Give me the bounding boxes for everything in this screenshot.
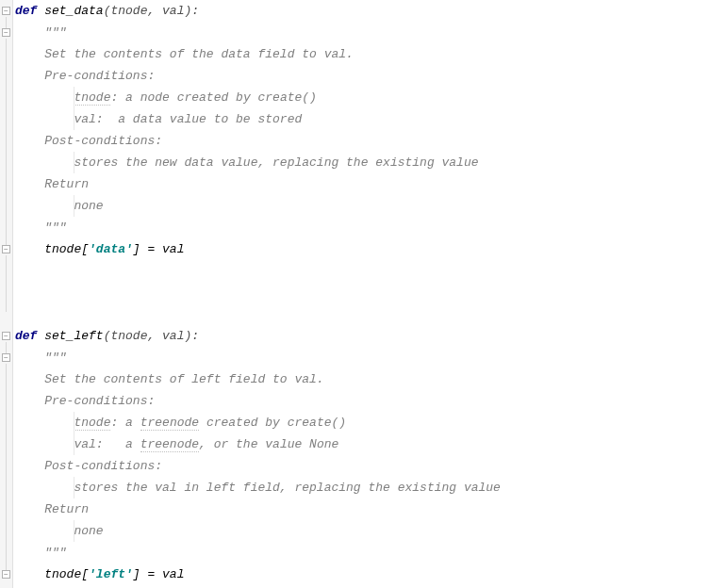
- function-name: set_left: [44, 329, 103, 343]
- fold-icon[interactable]: −: [2, 28, 10, 37]
- docstring-quotes: """: [44, 220, 66, 235]
- code-line: tnode['left'] = val: [15, 564, 501, 585]
- code-line: """: [15, 22, 501, 43]
- code-line: """: [15, 542, 501, 564]
- code-line: Set the contents of left field to val.: [15, 368, 501, 390]
- docstring-text: stores the val in left field, replacing …: [44, 481, 501, 495]
- code-text: ] = val: [133, 567, 185, 581]
- docstring-text: Pre-conditions:: [44, 394, 155, 408]
- fold-icon[interactable]: −: [2, 245, 10, 253]
- docstring-quotes: """: [44, 351, 66, 365]
- code-line: stores the new data value, replacing the…: [15, 152, 501, 173]
- code-line: none: [15, 520, 501, 542]
- docstring-text: Post-conditions:: [44, 459, 162, 473]
- code-editor[interactable]: def set_data(tnode, val): """ Set the co…: [13, 0, 501, 585]
- code-line: def set_left(tnode, val):: [15, 325, 501, 347]
- docstring-text: val: a data value to be stored: [44, 112, 302, 126]
- code-line: tnode: a node created by create(): [15, 87, 501, 108]
- code-line: val: a treenode, or the value None: [15, 433, 501, 455]
- params: (tnode, val):: [104, 4, 199, 18]
- fold-icon[interactable]: −: [2, 353, 10, 362]
- fold-icon[interactable]: −: [2, 570, 10, 579]
- code-line: stores the val in left field, replacing …: [15, 477, 501, 498]
- code-line: val: a data value to be stored: [15, 108, 501, 130]
- docstring-text: Return: [44, 502, 89, 516]
- function-name: set_data: [44, 4, 103, 18]
- docstring-text: Set the contents of left field to val.: [44, 372, 323, 386]
- code-line: Pre-conditions:: [15, 390, 501, 412]
- code-text: tnode[: [44, 567, 89, 581]
- docstring-text: treenode: [140, 416, 199, 431]
- code-line: tnode['data'] = val: [15, 238, 501, 260]
- code-line: Return: [15, 498, 501, 520]
- code-line: Post-conditions:: [15, 130, 501, 152]
- code-line: """: [15, 217, 501, 238]
- fold-icon[interactable]: −: [2, 332, 10, 340]
- docstring-text: Pre-conditions:: [44, 69, 155, 83]
- docstring-text: tnode: [74, 90, 110, 106]
- code-text: ] = val: [133, 242, 185, 256]
- editor-gutter: − − − − − −: [0, 0, 13, 588]
- docstring-text: Set the contents of the data field to va…: [44, 47, 354, 61]
- code-line: Post-conditions:: [15, 455, 501, 477]
- docstring-text: Post-conditions:: [44, 134, 162, 148]
- docstring-text: treenode: [140, 437, 199, 452]
- docstring-quotes: """: [44, 25, 66, 40]
- code-line: Set the contents of the data field to va…: [15, 43, 501, 65]
- docstring-text: Return: [44, 177, 89, 191]
- docstring-text: stores the new data value, replacing the…: [44, 155, 478, 170]
- code-line: """: [15, 347, 501, 368]
- string-literal: 'data': [89, 242, 133, 256]
- code-text: tnode[: [44, 242, 89, 256]
- keyword-def: def: [15, 4, 44, 18]
- keyword-def: def: [15, 329, 44, 343]
- code-line: def set_data(tnode, val):: [15, 0, 501, 22]
- fold-icon[interactable]: −: [2, 7, 10, 15]
- docstring-text: tnode: [74, 416, 110, 431]
- code-line: Pre-conditions:: [15, 65, 501, 87]
- string-literal: 'left': [89, 567, 133, 581]
- docstring-quotes: """: [44, 546, 66, 560]
- code-line: Return: [15, 173, 501, 195]
- params: (tnode, val):: [104, 329, 199, 343]
- code-line: none: [15, 195, 501, 217]
- docstring-text: : a node created by create(): [110, 90, 316, 105]
- code-line: tnode: a treenode created by create(): [15, 412, 501, 433]
